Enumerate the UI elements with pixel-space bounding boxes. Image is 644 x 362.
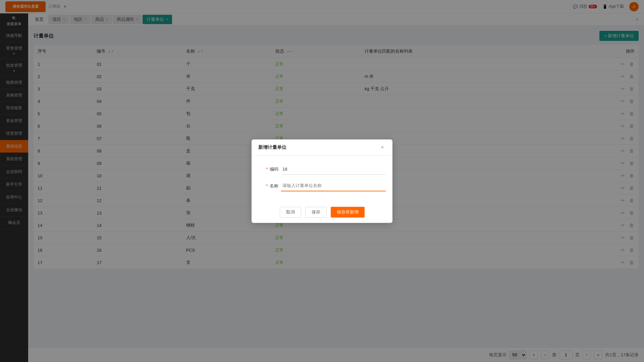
- form-row-name: * 名称: [258, 181, 386, 191]
- modal-title: 新增计量单位: [258, 144, 286, 150]
- code-input[interactable]: [281, 164, 386, 175]
- save-button[interactable]: 保存: [305, 207, 327, 218]
- add-measure-unit-modal: 新增计量单位 × * 编码 * 名称 取消 保存 保存并新增: [252, 139, 392, 223]
- modal-body: * 编码 * 名称: [252, 156, 392, 203]
- name-input[interactable]: [281, 181, 386, 191]
- modal-footer: 取消 保存 保存并新增: [252, 203, 392, 223]
- required-mark: *: [266, 183, 268, 188]
- cancel-button[interactable]: 取消: [280, 207, 301, 218]
- modal-overlay: 新增计量单位 × * 编码 * 名称 取消 保存 保存并新增: [0, 0, 644, 362]
- name-label: * 名称: [258, 183, 278, 189]
- modal-header: 新增计量单位 ×: [252, 139, 392, 156]
- save-and-new-button[interactable]: 保存并新增: [331, 207, 365, 218]
- required-mark: *: [266, 167, 268, 172]
- modal-close-button[interactable]: ×: [379, 144, 386, 151]
- code-label: * 编码: [258, 166, 278, 172]
- form-row-code: * 编码: [258, 164, 386, 175]
